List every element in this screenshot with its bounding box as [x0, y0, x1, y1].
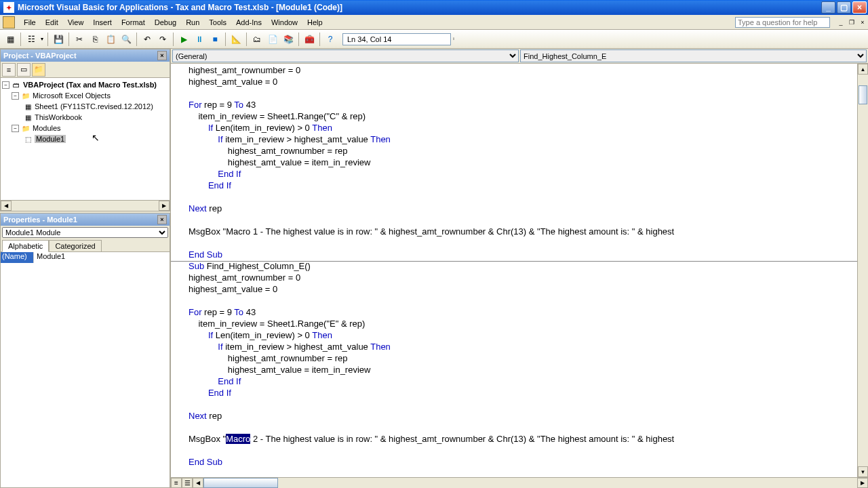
design-mode-icon[interactable]: 📐 [229, 32, 243, 47]
properties-title-label: Properties - Module1 [3, 216, 77, 224]
properties-close-button[interactable]: × [157, 215, 167, 224]
cut-icon[interactable]: ✂ [72, 32, 87, 47]
insert-dropdown[interactable]: ▾ [39, 36, 45, 42]
menu-window[interactable]: Window [267, 16, 302, 28]
scroll-left-icon[interactable]: ◀ [1, 201, 12, 211]
help-search-input[interactable] [735, 17, 830, 28]
tab-alphabetic[interactable]: Alphabetic [2, 240, 49, 252]
properties-icon[interactable]: 📄 [265, 32, 280, 47]
hscroll-thumb[interactable] [203, 478, 278, 488]
view-object-icon[interactable]: ▭ [17, 63, 31, 77]
selected-text[interactable]: Macro [226, 434, 250, 444]
mdi-restore[interactable]: ❐ [846, 18, 857, 27]
menu-edit[interactable]: Edit [41, 16, 63, 28]
window-title: Microsoft Visual Basic for Applications … [18, 3, 820, 12]
cursor-position: Ln 34, Col 14 [342, 33, 451, 45]
object-browser-icon[interactable]: 📚 [281, 32, 296, 47]
vscrollbar[interactable]: ▲ ▼ [857, 64, 868, 477]
modules-folder[interactable]: Modules [33, 124, 61, 132]
collapse-icon[interactable]: − [12, 125, 19, 132]
properties-object-select[interactable]: Module1 Module [2, 227, 168, 238]
project-title-label: Project - VBAProject [3, 52, 77, 60]
workbook-icon: ▦ [22, 113, 33, 122]
sheet1-node[interactable]: Sheet1 (FY11STC.revised.12.2012) [35, 102, 153, 110]
scroll-left-icon[interactable]: ◀ [193, 478, 203, 488]
thisworkbook-node[interactable]: ThisWorkbook [35, 113, 82, 121]
insert-module-icon[interactable]: ☷ [24, 32, 39, 47]
scroll-right-icon[interactable]: ▶ [159, 201, 170, 211]
folder-icon: 📁 [20, 91, 31, 100]
toolbox-icon[interactable]: 🧰 [302, 32, 317, 47]
menu-addins[interactable]: Add-Ins [231, 16, 267, 28]
break-icon[interactable]: ⏸ [192, 32, 207, 47]
prop-name-value[interactable]: Module1 [33, 252, 170, 263]
titlebar: ✦ Microsoft Visual Basic for Application… [0, 0, 868, 15]
module1-node[interactable]: Module1 [35, 135, 66, 143]
hscroll-track[interactable] [203, 478, 857, 488]
tab-categorized[interactable]: Categorized [49, 240, 101, 252]
menu-view[interactable]: View [63, 16, 89, 28]
properties-pane: Properties - Module1 × Module1 Module Al… [0, 213, 170, 488]
project-explorer: Project - VBAProject × ≡ ▭ 📁 −🗃VBAProjec… [0, 49, 170, 211]
vba-icon: ✦ [3, 2, 14, 13]
find-icon[interactable]: 🔍 [119, 32, 134, 47]
full-module-view-icon[interactable]: ☰ [182, 478, 193, 488]
menu-help[interactable]: Help [302, 16, 328, 28]
close-button[interactable]: × [852, 1, 867, 14]
redo-icon[interactable]: ↷ [155, 32, 170, 47]
vscroll-thumb[interactable] [859, 85, 867, 104]
maximize-button[interactable]: ▢ [837, 1, 851, 14]
scroll-up-icon[interactable]: ▲ [858, 64, 868, 75]
help-search [735, 17, 830, 28]
view-code-icon[interactable]: ≡ [2, 63, 16, 77]
scroll-right-icon[interactable]: ▶ [857, 478, 868, 488]
sheet-icon: ▦ [22, 102, 33, 111]
toolbar: ▦ ☷ ▾ 💾 ✂ ⎘ 📋 🔍 ↶ ↷ ▶ ⏸ ■ 📐 🗂 📄 📚 🧰 ? Ln… [0, 30, 868, 49]
module-icon: ⬚ [22, 134, 33, 144]
scroll-down-icon[interactable]: ▼ [858, 466, 868, 477]
mdi-close[interactable]: × [857, 18, 868, 27]
menu-format[interactable]: Format [117, 16, 150, 28]
hscroll-track[interactable] [12, 201, 159, 211]
copy-icon[interactable]: ⎘ [87, 32, 102, 47]
help-icon[interactable]: ? [323, 32, 338, 47]
reset-icon[interactable]: ■ [208, 32, 222, 47]
project-icon: 🗃 [11, 80, 22, 89]
menu-debug[interactable]: Debug [150, 16, 181, 28]
paste-icon[interactable]: 📋 [103, 32, 118, 47]
run-icon[interactable]: ▶ [176, 32, 191, 47]
menu-file[interactable]: File [19, 16, 41, 28]
procedure-combo[interactable]: Find_Highest_Column_E [520, 49, 867, 62]
code-pane: (General) Find_Highest_Column_E highest_… [171, 49, 868, 488]
project-close-button[interactable]: × [157, 51, 167, 60]
menu-run[interactable]: Run [181, 16, 204, 28]
mdi-controls: _ ❐ × [835, 18, 868, 27]
save-icon[interactable]: 💾 [51, 32, 66, 47]
app-icon [3, 16, 15, 28]
view-excel-icon[interactable]: ▦ [3, 32, 18, 47]
menu-tools[interactable]: Tools [204, 16, 231, 28]
collapse-icon[interactable]: − [2, 81, 9, 89]
collapse-icon[interactable]: − [12, 92, 19, 100]
folder-icon: 📁 [20, 123, 31, 133]
menu-insert[interactable]: Insert [88, 16, 117, 28]
toolbar-overflow[interactable]: ⦂ [452, 36, 456, 43]
project-root[interactable]: VBAProject (Tax and Macro Test.xlsb) [23, 81, 157, 89]
prop-name-key[interactable]: (Name) [1, 252, 33, 263]
code-editor[interactable]: highest_amt_rownumber = 0 highest_amt_va… [171, 64, 868, 477]
properties-title: Properties - Module1 × [1, 214, 170, 226]
properties-grid: (Name)Module1 [1, 251, 170, 487]
cursor-icon: ↖ [92, 132, 100, 143]
minimize-button[interactable]: _ [821, 1, 835, 14]
project-explorer-title: Project - VBAProject × [1, 49, 170, 62]
toggle-folders-icon[interactable]: 📁 [32, 63, 45, 77]
excel-objects-folder[interactable]: Microsoft Excel Objects [33, 92, 111, 100]
undo-icon[interactable]: ↶ [140, 32, 155, 47]
procedure-view-icon[interactable]: ≡ [171, 478, 182, 488]
project-tree[interactable]: −🗃VBAProject (Tax and Macro Test.xlsb) −… [1, 78, 170, 200]
object-combo[interactable]: (General) [172, 49, 519, 62]
mdi-minimize[interactable]: _ [835, 18, 846, 27]
project-explorer-icon[interactable]: 🗂 [250, 32, 264, 47]
menubar: File Edit View Insert Format Debug Run T… [0, 15, 868, 30]
